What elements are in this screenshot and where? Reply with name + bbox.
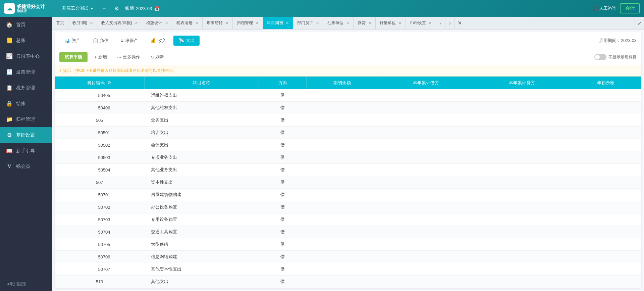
table-row[interactable]: 50707 其他资本性支出 借 — [55, 263, 641, 276]
cell-ytd-debit — [378, 127, 474, 139]
tab-inventory-close[interactable]: ✕ — [368, 21, 371, 25]
tab-close-all-button[interactable]: ✕ — [455, 17, 464, 29]
cell-ytd-debit — [378, 263, 474, 276]
sidebar-item-archive[interactable]: 📁 归档管理 — [0, 111, 52, 127]
tab-income-report[interactable]: 收入支出表(年报) ✕ — [97, 17, 142, 29]
sidebar-collapse-button[interactable]: ◄取消固定 — [0, 277, 52, 291]
table-row[interactable]: 50501 培训支出 借 — [55, 127, 641, 139]
customer-service-button[interactable]: 🎧 人工咨询 — [592, 5, 616, 11]
tab-income-report-close[interactable]: ✕ — [135, 21, 138, 25]
sidebar-item-guide[interactable]: 📖 新手引导 — [0, 143, 52, 159]
add-company-button[interactable]: + — [100, 4, 109, 13]
table-row[interactable]: 50702 办公设备购置 借 — [55, 201, 641, 213]
company-settings-icon[interactable]: ⚙ — [112, 4, 122, 13]
refresh-button[interactable]: ↻ 刷新 — [147, 52, 167, 62]
tab-partner-close[interactable]: ✕ — [346, 21, 349, 25]
sidebar-item-report[interactable]: 📈 云报表中心 — [0, 48, 52, 64]
cell-ytd-credit — [474, 213, 570, 226]
cell-code: 50406 — [55, 102, 144, 114]
sidebar-item-ledger[interactable]: 📒 总账 — [0, 33, 52, 48]
cell-ytd-debit — [378, 176, 474, 189]
cell-opening — [306, 127, 378, 139]
table-row[interactable]: 510 其他支出 借 — [55, 276, 641, 288]
tab-interim[interactable]: 收(中期) ✕ — [68, 17, 97, 29]
tab-period-end[interactable]: 期末结转 ✕ — [203, 17, 233, 29]
tab-interim-close[interactable]: ✕ — [90, 21, 93, 25]
tab-currency[interactable]: 币种设置 ✕ — [406, 17, 436, 29]
table-row[interactable]: 50504 其他业务支出 借 — [55, 164, 641, 176]
table-row[interactable]: 507 资本性支出 借 — [55, 176, 641, 189]
tab-tax-form-close[interactable]: ✕ — [195, 21, 198, 25]
table-row[interactable]: 50704 交通工具购置 借 — [55, 226, 641, 238]
tab-template[interactable]: 模版设计 ✕ — [142, 17, 172, 29]
tab-archive-mgmt-close[interactable]: ✕ — [256, 21, 259, 25]
cell-opening — [306, 263, 378, 276]
sidebar-item-settings[interactable]: ⚙ 基础设置 — [0, 127, 52, 143]
tab-dept-emp-close[interactable]: ✕ — [316, 21, 319, 25]
tab-unit-close[interactable]: ✕ — [398, 21, 401, 25]
calendar-icon[interactable]: 📅 — [154, 6, 160, 11]
cell-name: 运维维权支出 — [144, 89, 259, 102]
tab-partner[interactable]: 往来单位 ✕ — [323, 17, 354, 29]
table-row[interactable]: 50701 房屋建筑物购建 借 — [55, 189, 641, 201]
column-settings-icon[interactable]: ⚙ — [107, 80, 111, 85]
cell-ytd-credit — [474, 164, 570, 176]
vip-icon: V — [6, 163, 13, 169]
cat-tab-net-asset[interactable]: ≡ 净资产 — [116, 36, 143, 46]
tab-inventory[interactable]: 存货 ✕ — [354, 17, 376, 29]
cell-code: 50502 — [55, 139, 144, 151]
cell-code: 50706 — [55, 251, 144, 263]
cell-ytd-credit — [474, 226, 570, 238]
table-row[interactable]: 505 业务支出 借 — [55, 114, 641, 127]
table-row[interactable]: 50405 运维维权支出 借 — [55, 89, 641, 102]
add-button[interactable]: + 新增 — [91, 52, 110, 62]
cell-ytd-credit — [474, 263, 570, 276]
tab-currency-close[interactable]: ✕ — [429, 21, 432, 25]
account-button[interactable]: 会计 — [620, 3, 640, 13]
cat-tab-income[interactable]: 💰 收入 — [145, 36, 171, 46]
tab-template-close[interactable]: ✕ — [165, 21, 168, 25]
cat-tab-liability[interactable]: 📋 负债 — [88, 36, 114, 46]
sidebar-item-tax[interactable]: 📋 税务管理 — [0, 80, 52, 96]
tab-unit[interactable]: 计量单位 ✕ — [376, 17, 406, 29]
tab-expand-button[interactable]: ⤢ — [635, 17, 644, 29]
toolbar-right: 不显示禁用科目 — [594, 54, 637, 60]
tab-dept-emp[interactable]: 部门员工 ✕ — [293, 17, 323, 29]
tab-tax-form[interactable]: 税表清册 ✕ — [172, 17, 203, 29]
table-row[interactable]: 50502 会议支出 借 — [55, 139, 641, 151]
table-row[interactable]: 50503 专项业务支出 借 — [55, 151, 641, 164]
sidebar-item-vip[interactable]: V 畅会员 — [0, 159, 52, 174]
cell-opening — [306, 89, 378, 102]
balance-button[interactable]: 试算平衡 — [59, 52, 88, 62]
table-row[interactable]: 50706 信息网络购建 借 — [55, 251, 641, 263]
cell-year-opening — [570, 127, 641, 139]
cell-code: 50504 — [55, 164, 144, 176]
table-row[interactable]: 50406 其他维权支出 借 — [55, 102, 641, 114]
tab-template-label: 模版设计 — [146, 20, 162, 26]
table-container[interactable]: 科目编码 ⚙ 科目名称 方向 期初余额 本年累计借方 本年累计贷方 年初余额 — [55, 77, 641, 288]
cat-tab-expenditure[interactable]: 📡 支出 — [173, 36, 200, 46]
tab-subject-init[interactable]: 科目期初 ✕ — [263, 17, 293, 29]
tab-period-end-label: 期末结转 — [207, 20, 223, 26]
company-selector[interactable]: 基层工会测试 ▼ — [59, 4, 96, 13]
table-row[interactable]: 50703 专用设备购置 借 — [55, 213, 641, 226]
sidebar-item-invoice[interactable]: 🧾 发票管理 — [0, 64, 52, 80]
tab-period-end-close[interactable]: ✕ — [225, 21, 228, 25]
tab-next-button[interactable]: › — [445, 17, 455, 29]
col-opening-balance: 期初余额 — [306, 77, 378, 89]
tab-archive-mgmt[interactable]: 归档管理 ✕ — [233, 17, 263, 29]
add-label: 新增 — [98, 54, 107, 60]
tab-home[interactable]: 首页 — [52, 17, 68, 29]
show-disabled-toggle[interactable]: 不显示禁用科目 — [594, 54, 637, 60]
page-content: 📊 资产 📋 负债 ≡ 净资产 💰 收入 📡 支出 — [55, 32, 641, 288]
tab-prev-button[interactable]: ‹ — [436, 17, 445, 29]
table-row[interactable]: 50705 大型修缮 借 — [55, 238, 641, 251]
sidebar-label-archive: 归档管理 — [16, 116, 35, 123]
cell-name: 专用设备购置 — [144, 213, 259, 226]
sidebar-item-home[interactable]: 🏠 首页 — [0, 17, 52, 33]
more-actions-button[interactable]: ⋯ 更多操作 — [114, 52, 144, 62]
cat-tab-asset[interactable]: 📊 资产 — [59, 36, 86, 46]
tab-subject-init-close[interactable]: ✕ — [286, 21, 289, 25]
report-icon: 📈 — [6, 53, 13, 59]
sidebar-item-close[interactable]: 🔒 结账 — [0, 96, 52, 111]
